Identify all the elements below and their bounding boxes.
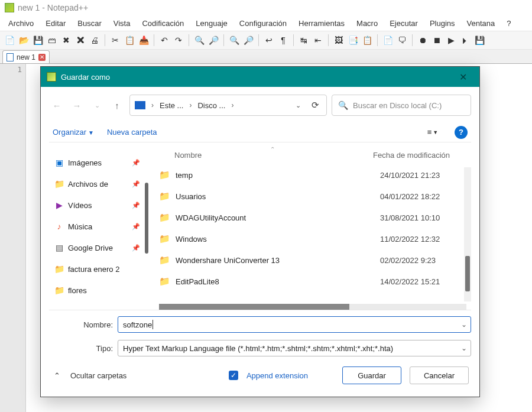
sidebar-item-videos[interactable]: ▶Vídeos📌 [54,194,144,216]
tb-allchars-icon[interactable]: ¶ [277,34,289,46]
menu-ventana[interactable]: Ventana [461,17,501,30]
sidebar-item-gdrive[interactable]: ▤Google Drive📌 [54,237,144,258]
tb-record-icon[interactable]: ⏺ [417,34,429,46]
search-input[interactable]: 🔍 Buscar en Disco local (C:) [332,95,471,116]
tb-playfast-icon[interactable]: ⏵ [459,34,471,46]
cancel-button[interactable]: Cancelar [410,366,469,384]
sidebar-scrollbar[interactable] [144,147,150,310]
tb-close-icon[interactable]: ✖ [60,34,72,46]
append-extension-label[interactable]: Append extension [246,371,308,380]
breadcrumb-dropdown-icon[interactable]: ⌄ [290,98,306,113]
scrollbar-thumb[interactable] [159,304,349,310]
nav-recent-icon[interactable]: ⌄ [89,98,105,113]
tb-misc4-icon[interactable]: 📄 [382,34,394,46]
file-row[interactable]: 📁EditPadLite814/02/2022 15:21 [154,271,471,292]
nav-back-icon[interactable]: ← [49,98,64,113]
menu-macro[interactable]: Macro [351,17,384,30]
tb-stop-icon[interactable]: ⏹ [431,34,443,46]
app-titlebar: new 1 - Notepad++ [0,0,532,15]
menu-buscar[interactable]: Buscar [72,17,107,30]
file-row[interactable]: 📁Windows11/02/2022 12:32 [154,228,471,249]
folder-icon: 📁 [54,179,64,189]
tb-indent-icon[interactable]: ↹ [298,34,310,46]
tb-wrap-icon[interactable]: ↩ [263,34,275,46]
vertical-scrollbar[interactable] [464,167,471,301]
scrollbar-thumb[interactable] [465,256,470,291]
chevron-up-icon[interactable]: ⌃ [51,371,62,380]
save-as-dialog: Guardar como ✕ ← → ⌄ ↑ › Este ... › Disc… [40,66,480,397]
tb-play-icon[interactable]: ▶ [445,34,457,46]
chevron-right-icon[interactable]: › [187,101,194,109]
filename-input[interactable]: softzone ⌄ [118,316,471,333]
file-row[interactable]: 📁WDAGUtilityAccount31/08/2021 10:10 [154,207,471,228]
menu-plugins[interactable]: Plugins [424,17,461,30]
nav-up-icon[interactable]: ↑ [109,98,125,113]
tb-misc5-icon[interactable]: 🗨 [396,34,408,46]
tb-new-icon[interactable]: 📄 [4,34,15,46]
help-button[interactable]: ? [455,126,468,139]
drive-icon: ▤ [54,243,64,252]
nav-forward-icon[interactable]: → [69,98,85,113]
crumb-disco-local[interactable]: Disco ... [197,101,225,110]
hide-folders-toggle[interactable]: Ocultar carpetas [70,371,126,380]
view-mode-button[interactable]: ≡ ▼ [424,125,442,140]
new-folder-button[interactable]: Nueva carpeta [107,128,157,137]
tb-misc1-icon[interactable]: 🖼 [333,34,345,46]
tb-find-icon[interactable]: 🔍 [193,34,205,46]
tb-saveall-icon[interactable]: 🗃 [46,34,58,46]
tb-save-icon[interactable]: 💾 [32,34,44,46]
doc-icon [7,53,14,61]
tab-new1[interactable]: new 1 ✕ [2,50,50,63]
tb-misc3-icon[interactable]: 📋 [361,34,373,46]
breadcrumb[interactable]: › Este ... › Disco ... › ⌄ ⟳ [129,95,327,116]
menu-herramientas[interactable]: Herramientas [293,17,351,30]
menu-editar[interactable]: Editar [40,17,72,30]
sidebar-item-musica[interactable]: ♪Música📌 [54,216,144,237]
menu-lenguaje[interactable]: Lenguaje [190,17,233,30]
tb-print-icon[interactable]: 🖨 [89,34,100,46]
dropdown-icon[interactable]: ⌄ [461,320,467,329]
horizontal-scrollbar[interactable] [159,304,466,310]
save-button[interactable]: Guardar [342,366,401,384]
menu-ejecutar[interactable]: Ejecutar [384,17,424,30]
sidebar-item-flores[interactable]: 📁flores [54,280,144,301]
organize-menu[interactable]: Organizar▼ [53,128,94,137]
menu-archivo[interactable]: Archivo [2,17,40,30]
crumb-este-equipo[interactable]: Este ... [160,101,183,110]
sidebar-item-imagenes[interactable]: ▣Imágenes📌 [54,152,144,173]
tb-copy-icon[interactable]: 📋 [124,34,135,46]
tb-replace-icon[interactable]: 🔎 [207,34,219,46]
tb-zoomout-icon[interactable]: 🔎 [242,34,254,46]
tb-cut-icon[interactable]: ✂ [109,34,121,46]
menu-codificacion[interactable]: Codificación [136,17,190,30]
menu-vista[interactable]: Vista [108,17,137,30]
file-row[interactable]: 📁temp24/10/2021 21:23 [154,164,471,186]
tb-savemacro-icon[interactable]: 💾 [473,34,485,46]
filename-label: Nombre: [49,320,113,329]
scrollbar-thumb[interactable] [145,183,148,254]
column-date[interactable]: Fecha de modificación [373,151,471,160]
tb-zoomin-icon[interactable]: 🔍 [228,34,240,46]
tb-misc2-icon[interactable]: 📑 [347,34,359,46]
file-row[interactable]: 📁Usuarios04/01/2022 18:22 [154,186,471,207]
menu-help[interactable]: ? [501,17,517,30]
refresh-icon[interactable]: ⟳ [309,100,322,111]
dialog-titlebar[interactable]: Guardar como ✕ [41,67,479,87]
tb-paste-icon[interactable]: 📥 [138,34,150,46]
sidebar-item-factura[interactable]: 📁factura enero 2 [54,258,144,280]
tb-open-icon[interactable]: 📂 [18,34,30,46]
tab-close-icon[interactable]: ✕ [38,54,46,61]
dialog-close-button[interactable]: ✕ [452,69,473,85]
tb-outdent-icon[interactable]: ⇤ [312,34,324,46]
tb-redo-icon[interactable]: ↷ [173,34,184,46]
menu-configuracion[interactable]: Configuración [233,17,293,30]
chevron-right-icon[interactable]: › [229,101,236,109]
dropdown-icon[interactable]: ⌄ [461,344,467,352]
tb-undo-icon[interactable]: ↶ [158,34,170,46]
chevron-right-icon[interactable]: › [149,101,156,109]
append-extension-checkbox[interactable]: ✓ [229,371,238,380]
filetype-select[interactable]: Hyper Text Markup Language file (*.html;… [118,340,471,356]
tb-closeall-icon[interactable]: 🗙 [74,34,86,46]
file-row[interactable]: 📁Wondershare UniConverter 1302/02/2022 9… [154,249,471,271]
sidebar-item-archivos[interactable]: 📁Archivos de📌 [54,173,144,194]
